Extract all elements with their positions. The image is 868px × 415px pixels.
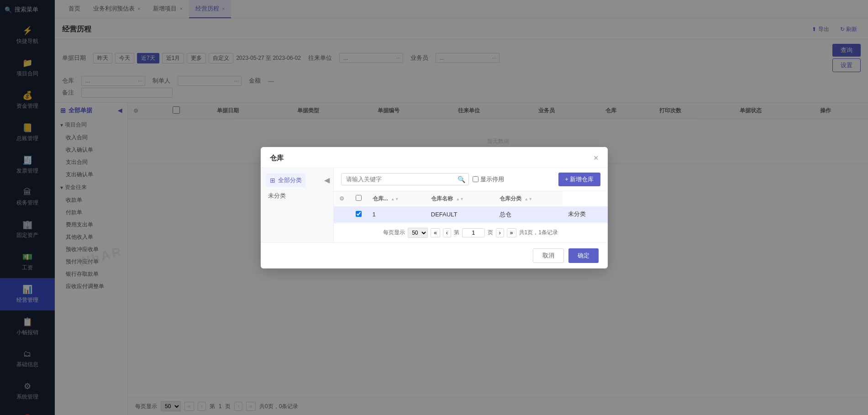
- cat-all-icon: ⊞: [270, 177, 275, 184]
- dialog-search-btn[interactable]: 🔍: [458, 176, 465, 183]
- dialog-title: 仓库: [270, 154, 284, 163]
- row-code-cell: DEFAULT: [426, 206, 494, 222]
- dialog-category-panel: ⊞ 全部分类 ◀ 未分类: [261, 168, 334, 242]
- dialog-close-button[interactable]: ×: [594, 153, 599, 163]
- cat-all-label: 全部分类: [278, 176, 302, 184]
- col-warehouse-name-label: 仓库名称: [431, 195, 453, 202]
- row-settings-cell: [334, 206, 350, 222]
- show-disabled-checkbox[interactable]: [473, 176, 479, 182]
- warehouse-dialog: 仓库 × ⊞ 全部分类 ◀ 未分类: [261, 147, 608, 268]
- dialog-last-page-btn[interactable]: »: [507, 228, 516, 237]
- col-dialog-settings: ⚙: [334, 191, 350, 207]
- dialog-prev-page-btn[interactable]: ‹: [443, 228, 451, 237]
- dialog-total: 共1页，1条记录: [519, 229, 558, 236]
- show-disabled-checkbox-wrap[interactable]: 显示停用: [473, 175, 504, 184]
- show-disabled-label: 显示停用: [480, 175, 504, 184]
- col-warehouse-code: 仓库... ▲▼: [367, 191, 426, 207]
- col-dialog-checkbox: [350, 191, 367, 207]
- dialog-table: ⚙ 仓库... ▲▼ 仓库名称 ▲▼: [334, 191, 608, 223]
- row-checkbox-cell: [350, 206, 367, 222]
- dialog-cancel-button[interactable]: 取消: [533, 248, 564, 263]
- dialog-search-wrap: 🔍: [341, 173, 469, 185]
- dialog-per-page-select[interactable]: 50: [408, 228, 428, 238]
- dialog-footer: 取消 确定: [261, 242, 608, 268]
- dialog-toolbar: 🔍 显示停用 + 新增仓库: [334, 168, 608, 191]
- row-checkbox[interactable]: [356, 211, 362, 217]
- col-warehouse-name: 仓库名称 ▲▼: [426, 191, 494, 207]
- cat-all[interactable]: ⊞ 全部分类: [266, 173, 305, 187]
- dialog-page-suffix: 页: [488, 229, 493, 236]
- dialog-body: ⊞ 全部分类 ◀ 未分类 🔍: [261, 168, 608, 242]
- dialog-next-page-btn[interactable]: ›: [496, 228, 504, 237]
- sort-arrows-cat: ▲▼: [524, 197, 532, 201]
- row-index-cell: 1: [367, 206, 426, 222]
- dialog-per-page-label: 每页显示: [383, 229, 405, 236]
- add-warehouse-button[interactable]: + 新增仓库: [558, 173, 600, 186]
- dialog-first-page-btn[interactable]: «: [431, 228, 440, 237]
- sort-arrows-code: ▲▼: [391, 197, 399, 201]
- panel-collapse-btn[interactable]: ◀: [324, 176, 330, 184]
- col-warehouse-category: 仓库分类 ▲▼: [494, 191, 563, 207]
- dialog-search-input[interactable]: [341, 173, 469, 185]
- table-row[interactable]: 1 DEFAULT 总仓 未分类: [334, 206, 608, 222]
- dialog-page-input[interactable]: [462, 228, 485, 237]
- cat-uncategorized[interactable]: 未分类: [261, 189, 333, 203]
- row-category-cell: 未分类: [563, 206, 607, 222]
- row-name-cell: 总仓: [494, 206, 563, 222]
- col-warehouse-cat-label: 仓库分类: [500, 195, 521, 202]
- dialog-header: 仓库 ×: [261, 147, 608, 168]
- modal-overlay[interactable]: 仓库 × ⊞ 全部分类 ◀ 未分类: [0, 0, 868, 415]
- col-warehouse-code-label: 仓库...: [373, 195, 388, 202]
- dialog-table-wrap: ⚙ 仓库... ▲▼ 仓库名称 ▲▼: [334, 191, 608, 223]
- dialog-right-panel: 🔍 显示停用 + 新增仓库 ⚙: [334, 168, 608, 242]
- dialog-select-all[interactable]: [356, 195, 362, 201]
- dialog-confirm-button[interactable]: 确定: [568, 248, 599, 263]
- dialog-col-settings-icon[interactable]: ⚙: [339, 195, 344, 202]
- sort-arrows-name: ▲▼: [456, 197, 464, 201]
- cat-uncategorized-label: 未分类: [268, 192, 286, 199]
- dialog-page-label: 第: [454, 229, 459, 236]
- dialog-pagination: 每页显示 50 « ‹ 第 页 › » 共1页，1条记录: [334, 223, 608, 242]
